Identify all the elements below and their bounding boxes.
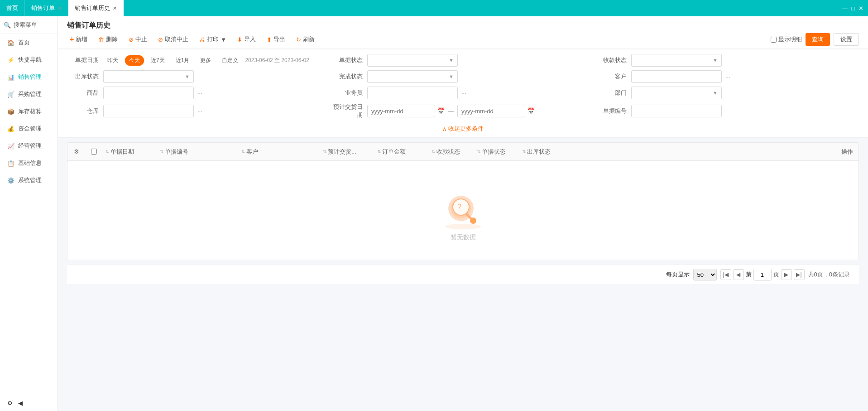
delivery-date-from[interactable]: [367, 105, 435, 117]
warehouse-ellipsis[interactable]: ···: [196, 108, 204, 115]
last-page-btn[interactable]: ▶|: [794, 269, 805, 280]
sidebar-item-home[interactable]: 🏠 首页: [0, 34, 58, 51]
prev-page-btn[interactable]: ◀: [733, 269, 744, 280]
th-action: 操作: [564, 148, 858, 156]
tab-sales-order-close[interactable]: ✕: [58, 5, 62, 11]
add-icon: +: [70, 35, 74, 44]
th-no-label: 单据编号: [165, 148, 188, 156]
th-date[interactable]: ⇅ 单据日期: [102, 148, 156, 156]
out-status-label: 出库状态: [67, 73, 103, 81]
product-ellipsis[interactable]: ···: [196, 90, 204, 97]
sidebar-item-operations[interactable]: 📈 经营管理: [0, 137, 58, 155]
collapse-button[interactable]: ∧ 收起更多条件: [442, 125, 484, 133]
print-icon: 🖨: [199, 36, 205, 43]
page-input[interactable]: [753, 269, 772, 280]
sidebar-item-finance[interactable]: 💰 资金管理: [0, 120, 58, 137]
date-today-btn[interactable]: 今天: [125, 55, 144, 66]
tab-sales-order-history-close[interactable]: ✕: [113, 5, 117, 11]
th-out-status[interactable]: ⇅ 出库状态: [518, 148, 564, 156]
setting-button[interactable]: 设置: [834, 33, 859, 46]
date-custom-btn[interactable]: 自定义: [218, 55, 242, 66]
first-page-btn[interactable]: |◀: [720, 269, 731, 280]
sidebar-settings-icon[interactable]: ⚙: [7, 400, 13, 406]
tab-sales-order-label: 销售订单: [31, 4, 55, 12]
sidebar-item-sales[interactable]: 📊 销售管理: [0, 68, 58, 86]
sidebar-item-system-label: 系统管理: [18, 176, 42, 184]
order-status-label: 单据状态: [331, 56, 367, 64]
department-select[interactable]: ▼: [631, 87, 722, 99]
sidebar-item-quick-nav-label: 快捷导航: [18, 56, 42, 64]
delete-icon: 🗑: [98, 36, 104, 43]
select-all-checkbox[interactable]: [91, 149, 97, 155]
stop-button[interactable]: ⊘ 中止: [126, 34, 150, 45]
tab-sales-order[interactable]: 销售订单 ✕: [25, 0, 68, 16]
delete-label: 删除: [106, 35, 118, 44]
product-select[interactable]: [103, 87, 194, 99]
th-date-label: 单据日期: [110, 148, 134, 156]
sidebar-item-purchase[interactable]: 🛒 采购管理: [0, 86, 58, 103]
th-delivery[interactable]: ⇅ 预计交货...: [319, 148, 374, 156]
complete-status-label: 完成状态: [331, 73, 367, 81]
system-icon: ⚙️: [7, 177, 14, 184]
calendar-from-icon[interactable]: 📅: [437, 107, 445, 115]
sidebar-item-quick-nav[interactable]: ⚡ 快捷导航: [0, 51, 58, 68]
th-settings[interactable]: ⚙: [67, 148, 86, 155]
sidebar-collapse-icon[interactable]: ◀: [18, 400, 23, 406]
sidebar-item-operations-label: 经营管理: [18, 142, 42, 150]
order-status-select[interactable]: ▼: [367, 54, 458, 67]
th-pay-status[interactable]: ⇅ 收款状态: [428, 148, 473, 156]
sidebar-search[interactable]: 🔍 搜索菜单: [0, 16, 58, 34]
display-columns-input[interactable]: [771, 37, 777, 43]
add-button[interactable]: + 新增: [67, 34, 90, 45]
payment-status-label: 收款状态: [595, 56, 631, 64]
out-status-select[interactable]: ▼: [103, 70, 194, 83]
top-bar-maximize[interactable]: □: [851, 5, 855, 12]
sidebar-item-sales-label: 销售管理: [18, 73, 42, 81]
svg-point-5: [470, 218, 476, 224]
th-no[interactable]: ⇅ 单据编号: [156, 148, 238, 156]
top-bar-close[interactable]: ✕: [858, 5, 863, 12]
salesperson-ellipsis[interactable]: ···: [460, 90, 468, 97]
sidebar-item-system[interactable]: ⚙️ 系统管理: [0, 172, 58, 189]
page-navigation: |◀ ◀ 第 页 ▶ ▶|: [720, 269, 805, 280]
th-order-status[interactable]: ⇅ 单据状态: [473, 148, 518, 156]
top-bar-minimize[interactable]: —: [842, 5, 848, 12]
date-7days-btn[interactable]: 近7天: [147, 55, 169, 66]
th-checkbox[interactable]: [86, 149, 102, 155]
import-button[interactable]: ⬇ 导入: [235, 34, 259, 45]
department-chevron: ▼: [713, 90, 718, 96]
warehouse-select[interactable]: [103, 105, 194, 117]
query-button[interactable]: 查询: [806, 33, 830, 46]
tab-sales-order-history[interactable]: 销售订单历史 ✕: [68, 0, 124, 16]
customer-select[interactable]: [631, 70, 722, 83]
payment-status-select[interactable]: ▼: [631, 54, 722, 67]
salesperson-select[interactable]: [367, 87, 458, 99]
date-more-btn[interactable]: 更多: [196, 55, 215, 66]
cancel-stop-button[interactable]: ⊘ 取消中止: [155, 34, 191, 45]
customer-ellipsis[interactable]: ···: [724, 73, 732, 80]
page-header: 销售订单历史 + 新增 🗑 删除 ⊘ 中止 ⊘ 取消中止: [58, 16, 868, 49]
delivery-date-to[interactable]: [457, 105, 525, 117]
sidebar-item-basic-info[interactable]: 📋 基础信息: [0, 155, 58, 172]
th-customer[interactable]: ⇅ 客户: [238, 148, 319, 156]
refresh-button[interactable]: ↻ 刷新: [293, 34, 317, 45]
date-yesterday-btn[interactable]: 昨天: [103, 55, 122, 66]
total-info: 共0页，0条记录: [808, 271, 850, 279]
sidebar-search-label: 搜索菜单: [14, 21, 37, 29]
sidebar-item-inventory[interactable]: 📦 库存核算: [0, 103, 58, 120]
export-button[interactable]: ⬆ 导出: [264, 34, 288, 45]
order-no-input[interactable]: [631, 105, 722, 117]
print-dropdown-icon: ▼: [221, 36, 226, 43]
print-button[interactable]: 🖨 打印 ▼: [197, 34, 229, 45]
display-columns-checkbox[interactable]: 显示明细: [771, 35, 802, 44]
date-1month-btn[interactable]: 近1月: [172, 55, 194, 66]
next-page-btn[interactable]: ▶: [781, 269, 792, 280]
page-size-select[interactable]: 50 10 20 100: [693, 269, 717, 280]
delete-button[interactable]: 🗑 删除: [96, 34, 120, 45]
th-amount[interactable]: ⇅ 订单金额: [374, 148, 428, 156]
calendar-to-icon[interactable]: 📅: [527, 107, 535, 115]
tab-home[interactable]: 首页: [0, 0, 25, 16]
complete-status-select[interactable]: ▼: [367, 70, 458, 83]
basic-info-icon: 📋: [7, 160, 14, 167]
sidebar-item-finance-label: 资金管理: [18, 125, 42, 133]
